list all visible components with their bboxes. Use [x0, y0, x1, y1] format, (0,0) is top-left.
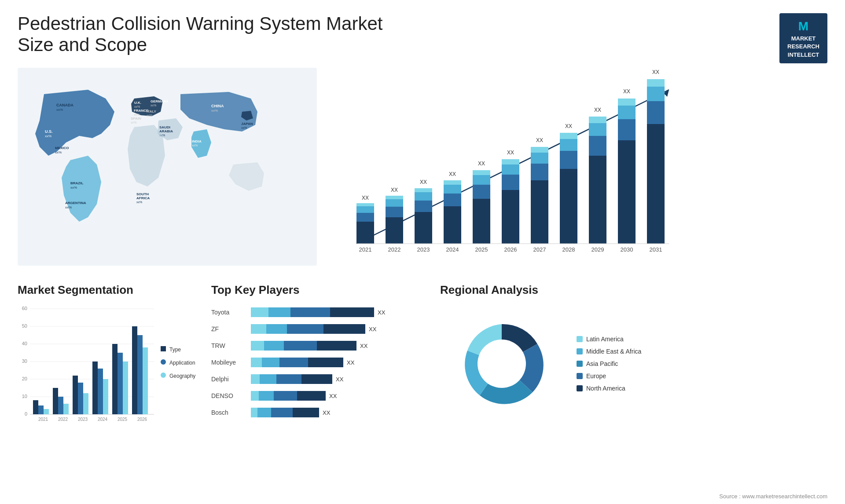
legend-color-north-america [577, 385, 583, 391]
bar-label-2024: XX [449, 171, 456, 177]
bar-2027-l2 [531, 164, 548, 180]
svg-text:xx%: xx% [136, 201, 142, 204]
regional-legend: Latin America Middle East & Africa Asia … [577, 336, 641, 392]
svg-rect-91 [251, 341, 264, 351]
world-map-svg: CANADA xx% U.S. xx% MEXICO xx% BRAZIL xx… [18, 68, 317, 266]
svg-rect-64 [118, 353, 123, 414]
svg-text:U.K.: U.K. [134, 101, 141, 105]
svg-rect-106 [251, 391, 259, 401]
donut-chart [440, 302, 563, 425]
svg-text:ITALY: ITALY [147, 110, 156, 113]
legend-label-latin-america: Latin America [586, 336, 624, 343]
regional-title: Regional Analysis [440, 283, 827, 297]
svg-text:XX: XX [323, 409, 331, 416]
svg-text:SPAIN: SPAIN [131, 117, 141, 121]
svg-text:2026: 2026 [137, 417, 147, 422]
svg-text:xx%: xx% [134, 105, 140, 108]
players-title: Top Key Players [211, 283, 431, 297]
svg-rect-53 [63, 404, 69, 414]
bottom-row: Market Segmentation 60 50 40 30 20 10 0 [18, 283, 827, 436]
bar-2028-l1 [560, 169, 577, 244]
svg-rect-56 [78, 383, 83, 414]
bar-2030-l4 [618, 99, 636, 106]
svg-rect-59 [92, 362, 98, 414]
year-2023: 2023 [417, 246, 430, 253]
bar-2024-l1 [444, 206, 461, 244]
bar-2029-l4 [589, 117, 606, 123]
bar-2026-l1 [502, 190, 519, 244]
bar-2027-l1 [531, 180, 548, 244]
bar-2031-l3 [647, 87, 665, 101]
svg-text:SOUTH: SOUTH [136, 192, 149, 196]
bar-2031-l4 [647, 79, 665, 87]
legend-latin-america: Latin America [577, 336, 641, 343]
svg-rect-65 [123, 362, 128, 414]
bar-label-2025: XX [478, 161, 485, 167]
svg-text:MEXICO: MEXICO [55, 146, 69, 150]
svg-text:XX: XX [336, 376, 344, 383]
svg-text:xx%: xx% [211, 109, 218, 113]
player-trw: TRW [211, 342, 225, 349]
legend-north-america: North America [577, 385, 641, 392]
bar-2023-l3 [415, 192, 432, 201]
svg-text:XX: XX [360, 343, 368, 349]
bar-2026-l3 [502, 164, 519, 175]
svg-text:GERMANY: GERMANY [151, 99, 169, 103]
svg-point-72 [161, 346, 166, 351]
bar-2022-l2 [386, 207, 403, 217]
svg-text:CHINA: CHINA [211, 104, 224, 108]
svg-point-74 [161, 359, 166, 365]
svg-text:2022: 2022 [58, 417, 68, 422]
svg-rect-101 [251, 374, 260, 384]
player-zf: ZF [211, 325, 219, 332]
year-2022: 2022 [388, 246, 401, 253]
svg-rect-57 [83, 393, 88, 414]
bar-2025-l4 [473, 170, 490, 175]
svg-text:0: 0 [25, 411, 27, 416]
svg-rect-81 [251, 307, 268, 317]
bar-2030-l2 [618, 119, 636, 140]
bar-2028-l4 [560, 133, 577, 139]
svg-text:xx%: xx% [151, 104, 156, 107]
regional-section: Regional Analysis [440, 283, 827, 436]
svg-text:ARGENTINA: ARGENTINA [65, 201, 86, 205]
legend-color-europe [577, 373, 583, 379]
year-2021: 2021 [359, 246, 372, 253]
svg-rect-61 [103, 379, 108, 414]
bar-2031-l2 [647, 101, 665, 124]
bar-2023-l1 [415, 212, 432, 244]
segmentation-section: Market Segmentation 60 50 40 30 20 10 0 [18, 283, 202, 436]
bar-2024-l4 [444, 180, 461, 185]
bar-2022-l4 [386, 196, 403, 199]
bar-2023-l2 [415, 201, 432, 212]
year-2025: 2025 [475, 246, 488, 253]
svg-point-76 [161, 373, 166, 378]
svg-rect-96 [251, 358, 262, 367]
player-mobileye: Mobileye [211, 359, 236, 366]
svg-text:Application: Application [169, 360, 195, 366]
bar-2021-l1 [356, 222, 374, 244]
bar-label-2022: XX [391, 187, 398, 193]
player-toyota: Toyota [211, 309, 229, 316]
bar-2023-l4 [415, 188, 432, 192]
svg-text:50: 50 [22, 323, 27, 329]
logo-line2: RESEARCH [787, 43, 819, 50]
svg-text:xx%: xx% [70, 186, 77, 190]
svg-text:xx%: xx% [56, 108, 63, 112]
svg-text:Type: Type [169, 347, 181, 353]
svg-rect-52 [58, 397, 63, 414]
players-chart: Toyota XX ZF XX TRW XX [211, 302, 431, 434]
svg-rect-47 [33, 400, 38, 414]
svg-text:xx%: xx% [45, 134, 51, 138]
bar-2027-l3 [531, 153, 548, 164]
year-2030: 2030 [621, 246, 633, 253]
bar-2026-l4 [502, 159, 519, 164]
year-2024: 2024 [446, 246, 459, 253]
svg-rect-67 [132, 326, 137, 414]
legend-label-asia-pacific: Asia Pacific [586, 360, 618, 367]
bar-2027-l4 [531, 147, 548, 153]
svg-text:30: 30 [22, 358, 27, 364]
svg-text:60: 60 [22, 306, 27, 311]
svg-text:xx%: xx% [55, 150, 62, 154]
bar-2031-l1 [647, 124, 665, 244]
